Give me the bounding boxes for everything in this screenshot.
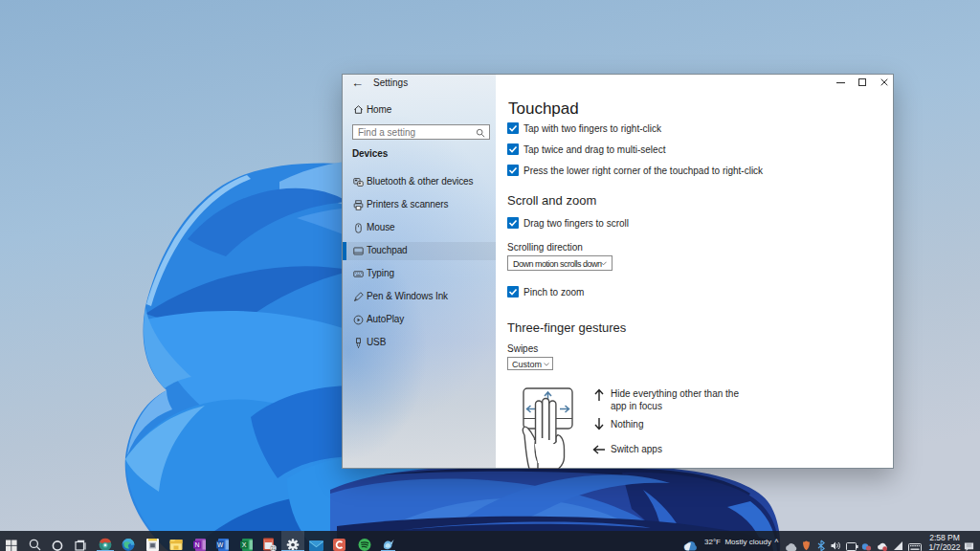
svg-text:X: X bbox=[241, 541, 246, 548]
svg-text:31: 31 bbox=[271, 546, 277, 551]
svg-text:N: N bbox=[194, 541, 199, 548]
svg-text:W: W bbox=[217, 541, 224, 548]
